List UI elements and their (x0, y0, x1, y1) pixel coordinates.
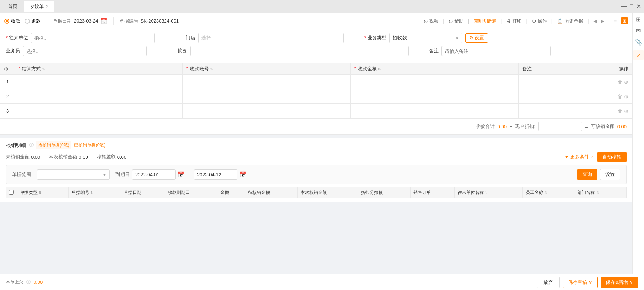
summary-input[interactable] (190, 46, 409, 56)
row-2-notes[interactable] (518, 89, 603, 104)
sidebar-attach-icon[interactable]: 📎 (635, 39, 642, 46)
reconcile-header: 核销明细 ⓘ 待核销单据(0笔) 已核销单据(0笔) (6, 141, 627, 149)
radio-receive[interactable]: 收款 (4, 18, 20, 24)
range-select[interactable]: ▼ (37, 169, 110, 180)
col-settings: ⚙ (0, 63, 15, 75)
reconcile-stats: 未核销金额 0.00 本次核销金额 0.00 核销差额 0.00 ▼ 更多条件 … (6, 152, 627, 162)
reconcile-tab-pending[interactable]: 待核销单据(0笔) (36, 141, 71, 149)
tab-close-icon[interactable]: × (46, 4, 48, 9)
row-3-delete-icon[interactable]: 🗑 (617, 108, 623, 114)
form-settings-btn[interactable]: ⚙ 设置 (465, 33, 488, 43)
date-to-calendar-icon[interactable]: 📅 (240, 171, 247, 178)
nav-next-icon[interactable]: ▶ (601, 19, 604, 24)
row-1-method[interactable] (15, 75, 183, 89)
query-btn[interactable]: 查询 (577, 169, 597, 180)
reconcile-tab-done[interactable]: 已核销单据(0笔) (72, 141, 107, 149)
grid-view-icon[interactable]: ⊞ (621, 17, 628, 24)
shortcut-icon: ⌨ (474, 18, 481, 24)
radio-refund[interactable]: 退款 (25, 18, 41, 24)
row-1-notes[interactable] (518, 75, 603, 89)
row-2-method[interactable] (15, 89, 183, 104)
calendar-icon[interactable]: 📅 (101, 18, 107, 24)
auto-reconcile-btn[interactable]: 自动核销 (597, 152, 627, 162)
col-pending-amount: 待核销金额 (245, 187, 298, 198)
help-btn[interactable]: ⊙ 帮助 (449, 18, 464, 24)
date-from-input[interactable] (132, 169, 176, 180)
doc-number-field: 单据编号 SK-20230324-001 (119, 18, 179, 24)
tab-home[interactable]: 首页 (3, 1, 23, 12)
minimize-icon[interactable]: — (621, 3, 627, 10)
row-2-account[interactable] (182, 89, 350, 104)
table-row: 1 🗑 ⊕ (0, 75, 632, 89)
equals-sign: = (585, 124, 588, 129)
staff-more-btn[interactable]: ··· (150, 48, 157, 54)
discount-input[interactable] (538, 122, 582, 131)
row-1-delete-icon[interactable]: 🗑 (617, 79, 623, 85)
video-btn[interactable]: ⊙ 视频 (424, 18, 439, 24)
doc-number-label: 单据编号 (119, 18, 138, 24)
toolbar-right: ⊙ 视频 | ⊙ 帮助 | ⌨ 快捷键 | 🖨 打印 | ⚙ 操作 (424, 17, 628, 24)
tab-active[interactable]: 收款单 × (24, 1, 54, 12)
row-2-amount[interactable] (350, 89, 518, 104)
row-2-copy-icon[interactable]: ⊕ (624, 94, 628, 99)
maximize-icon[interactable]: □ (630, 3, 633, 10)
bottom-left: 本单上欠 ⓘ 0.00 (6, 279, 43, 285)
staff-input[interactable] (23, 46, 147, 56)
row-2-delete-icon[interactable]: 🗑 (617, 94, 623, 99)
store-select[interactable]: 选择... ··· (198, 33, 344, 43)
tab-active-label: 收款单 (30, 3, 44, 10)
row-3-account[interactable] (182, 104, 350, 118)
date-from-calendar-icon[interactable]: 📅 (178, 171, 185, 178)
counterpart-input[interactable] (31, 33, 155, 43)
row-3-method[interactable] (15, 104, 183, 118)
radio-refund-dot (25, 19, 30, 24)
sidebar-expand-icon[interactable]: ⤢ (633, 50, 644, 60)
row-num-3: 3 (0, 104, 15, 118)
divider1 (47, 17, 47, 25)
save-new-btn[interactable]: 保存&新增 ∨ (601, 277, 638, 288)
row-3-amount[interactable] (350, 104, 518, 118)
stat-diff: 核销差额 0.00 (97, 154, 126, 160)
sidebar-table-icon[interactable]: ⊞ (636, 16, 641, 23)
total-label: 收款合计 (476, 123, 495, 130)
close-icon[interactable]: ✕ (636, 3, 641, 10)
operation-btn[interactable]: ⚙ 操作 (532, 18, 547, 24)
list-view-icon[interactable]: ≡ (614, 19, 617, 24)
business-type-select[interactable]: 预收款 ▼ (389, 33, 462, 43)
bottom-value: 0.00 (34, 279, 43, 285)
save-draft-chevron: ∨ (589, 279, 592, 285)
abandon-btn[interactable]: 放弃 (537, 277, 560, 288)
bottom-bar: 本单上欠 ⓘ 0.00 放弃 保存草稿 ∨ 保存&新增 ∨ (0, 274, 644, 290)
doc-date-field: 单据日期 2023-03-24 📅 (53, 18, 107, 24)
filter-settings-btn[interactable]: 设置 (600, 169, 620, 180)
divider3: | (443, 18, 444, 24)
row-1-amount[interactable] (350, 75, 518, 89)
save-new-chevron: ∨ (629, 279, 633, 285)
main-content: 收款 退款 单据日期 2023-03-24 📅 单据编号 SK-20230324… (0, 13, 632, 274)
date-to-input[interactable] (194, 169, 237, 180)
counterpart-more-btn[interactable]: ··· (158, 35, 165, 41)
available-value: 0.00 (617, 124, 627, 129)
notes-input[interactable] (441, 46, 551, 56)
row-3-copy-icon[interactable]: ⊕ (624, 108, 628, 114)
date-label: 到期日 (115, 171, 130, 178)
available-label: 可核销金额 (591, 123, 614, 130)
nav-prev-icon[interactable]: ◀ (593, 19, 597, 24)
row-3-notes[interactable] (518, 104, 603, 118)
select-all-checkbox[interactable] (9, 190, 14, 195)
col-sales-order: 销售订单 (410, 187, 454, 198)
print-btn[interactable]: 🖨 打印 (506, 18, 522, 24)
table-gear-icon[interactable]: ⚙ (4, 66, 8, 72)
store-more-btn[interactable]: ··· (333, 35, 341, 41)
stat-diff-label: 核销差额 (97, 154, 116, 160)
reconcile-title: 核销明细 (6, 142, 26, 149)
row-1-copy-icon[interactable]: ⊕ (624, 79, 628, 85)
right-sidebar: ⊞ ✉ 📎 ⤢ (632, 13, 644, 290)
form-row-1: 往来单位 ··· 门店 选择... ··· 业务类型 预收款 ▼ ⚙ 设置 (6, 33, 627, 43)
sidebar-email-icon[interactable]: ✉ (636, 27, 641, 34)
row-1-account[interactable] (182, 75, 350, 89)
history-btn[interactable]: 📋 历史单据 (557, 18, 583, 24)
more-filter-btn[interactable]: ▼ 更多条件 ∧ (564, 154, 594, 160)
shortcut-btn[interactable]: ⌨ 快捷键 (474, 18, 496, 24)
save-draft-btn[interactable]: 保存草稿 ∨ (563, 277, 598, 288)
